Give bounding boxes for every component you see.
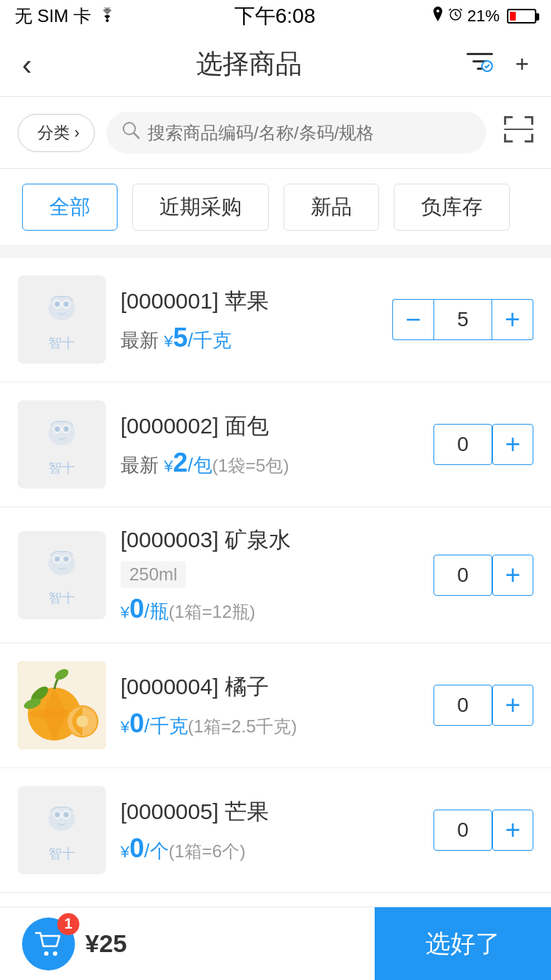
product-image: 智十 <box>18 275 106 364</box>
decrease-button[interactable]: − <box>392 299 433 340</box>
svg-rect-15 <box>531 134 533 143</box>
svg-point-37 <box>65 558 68 561</box>
quantity-input[interactable] <box>433 555 492 596</box>
brand-icon <box>43 288 80 331</box>
search-box <box>107 112 486 154</box>
product-image: 智十 <box>18 400 106 489</box>
svg-point-30 <box>65 428 68 430</box>
status-left: 无 SIM 卡 <box>15 4 118 28</box>
svg-rect-11 <box>531 116 533 125</box>
svg-point-29 <box>56 428 59 430</box>
back-button[interactable]: ‹ <box>22 50 32 79</box>
svg-rect-13 <box>504 134 506 143</box>
increase-button[interactable]: + <box>492 685 533 726</box>
product-name: [0000003] 矿泉水 <box>120 525 419 554</box>
product-image: 智十 <box>18 786 106 874</box>
product-name: [0000004] 橘子 <box>120 672 419 701</box>
product-price: 最新 ¥5/千克 <box>120 323 378 353</box>
confirm-button[interactable]: 选好了 <box>375 907 551 981</box>
location-icon <box>432 7 444 26</box>
product-name: [0000005] 芒果 <box>120 797 419 826</box>
product-item: 智十 [0000003] 矿泉水 250ml ¥0/瓶(1箱=12瓶) + <box>0 508 551 642</box>
product-item: 智十 [0000002] 面包 最新 ¥2/包(1袋=5包) + <box>0 383 551 506</box>
product-price: ¥0/瓶(1箱=12瓶) <box>120 594 419 624</box>
product-price: ¥0/个(1箱=6个) <box>120 833 419 864</box>
product-info: [0000003] 矿泉水 250ml ¥0/瓶(1箱=12瓶) <box>120 525 419 624</box>
product-info: [0000004] 橘子 ¥0/千克(1箱=2.5千克) <box>120 672 419 739</box>
battery-text: 21% <box>467 7 500 26</box>
nav-right: + <box>467 50 529 79</box>
scan-icon[interactable] <box>504 116 533 149</box>
product-item: 智十 [0000005] 芒果 ¥0/个(1箱=6个) + <box>0 768 551 892</box>
product-name: [0000001] 苹果 <box>120 287 378 315</box>
brand-icon <box>43 413 80 456</box>
svg-point-31 <box>48 552 75 575</box>
filter-icon[interactable] <box>467 50 493 79</box>
svg-point-68 <box>44 951 48 956</box>
filter-bar: 分类 › <box>0 97 551 169</box>
cart-total: ¥25 <box>85 929 127 958</box>
product-price: ¥0/千克(1箱=2.5千克) <box>120 708 419 739</box>
increase-button[interactable]: + <box>492 810 533 851</box>
product-price: 最新 ¥2/包(1袋=5包) <box>120 447 419 478</box>
svg-point-0 <box>106 19 109 22</box>
svg-point-44 <box>76 716 88 727</box>
cart-area[interactable]: 1 ¥25 <box>0 918 375 970</box>
brand-text: 智十 <box>48 459 75 477</box>
product-info: [0000002] 面包 最新 ¥2/包(1袋=5包) <box>120 411 419 478</box>
brand-icon <box>43 543 80 586</box>
product-info: [0000001] 苹果 最新 ¥5/千克 <box>120 287 378 353</box>
product-list: 智十 [0000001] 苹果 最新 ¥5/千克 − + <box>0 258 551 980</box>
brand-text: 智十 <box>48 334 75 352</box>
svg-point-22 <box>56 303 59 306</box>
category-button[interactable]: 分类 › <box>18 114 95 152</box>
svg-point-52 <box>56 813 59 816</box>
tab-bar: 全部 近期采购 新品 负库存 <box>0 169 551 246</box>
battery-icon <box>507 9 536 24</box>
quantity-input[interactable] <box>433 424 492 465</box>
brand-icon <box>43 799 80 842</box>
svg-point-23 <box>65 303 68 306</box>
add-icon[interactable]: + <box>515 51 529 78</box>
alarm-icon <box>448 7 463 26</box>
search-input[interactable] <box>148 123 472 143</box>
product-image: 智十 <box>18 531 106 619</box>
quantity-control: + <box>433 685 533 726</box>
tab-new[interactable]: 新品 <box>284 184 379 231</box>
quantity-input[interactable] <box>433 685 492 726</box>
product-info: [0000005] 芒果 ¥0/个(1箱=6个) <box>120 797 419 864</box>
svg-rect-16 <box>504 129 533 130</box>
quantity-input[interactable] <box>433 299 492 340</box>
svg-point-36 <box>56 558 59 561</box>
product-name: [0000002] 面包 <box>120 411 419 440</box>
product-spec: 250ml <box>120 561 186 588</box>
quantity-control: + <box>433 555 533 596</box>
quantity-input[interactable] <box>433 810 492 851</box>
tab-all[interactable]: 全部 <box>22 184 118 231</box>
product-item: 智十 [0000001] 苹果 最新 ¥5/千克 − + <box>0 258 551 381</box>
increase-button[interactable]: + <box>492 299 533 340</box>
status-time: 下午6:08 <box>234 2 316 30</box>
tab-recent[interactable]: 近期采购 <box>132 184 269 231</box>
wifi-icon <box>97 6 118 26</box>
increase-button[interactable]: + <box>492 555 533 596</box>
cart-icon-wrap: 1 <box>22 918 75 970</box>
bottom-bar: 1 ¥25 选好了 <box>0 907 551 980</box>
cart-icon <box>35 932 62 956</box>
svg-point-24 <box>48 422 75 445</box>
svg-point-69 <box>53 951 57 956</box>
brand-text: 智十 <box>48 589 75 607</box>
status-bar: 无 SIM 卡 下午6:08 21% <box>0 0 551 32</box>
quantity-control: + <box>433 424 533 465</box>
status-right: 21% <box>432 7 536 26</box>
increase-button[interactable]: + <box>492 424 533 465</box>
page-title: 选择商品 <box>196 46 302 82</box>
tab-negative-stock[interactable]: 负库存 <box>394 184 510 231</box>
cart-badge: 1 <box>57 913 79 935</box>
quantity-control: − + <box>392 299 533 340</box>
brand-text: 智十 <box>48 845 75 862</box>
nav-left: ‹ <box>22 50 32 79</box>
svg-line-7 <box>134 133 139 138</box>
svg-rect-9 <box>504 116 506 125</box>
svg-point-17 <box>48 297 75 320</box>
